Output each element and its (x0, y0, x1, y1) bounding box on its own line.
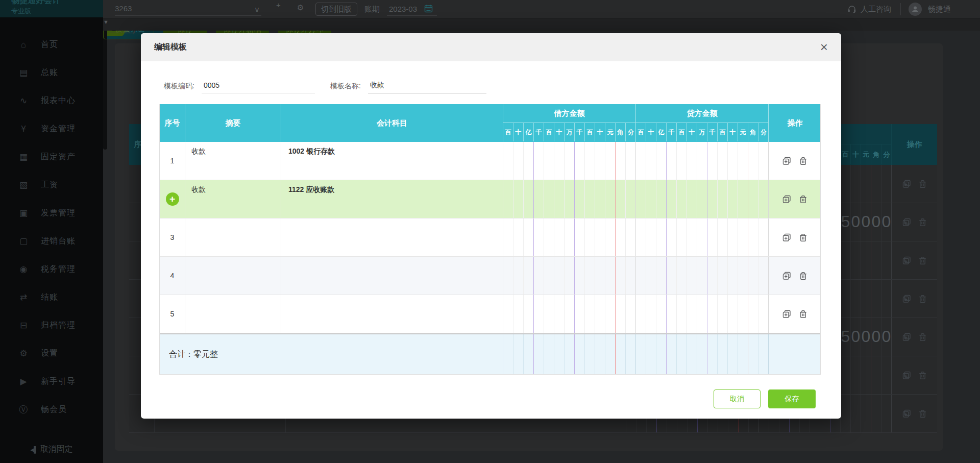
amount-digit-cell[interactable] (626, 180, 636, 218)
amount-digit-cell[interactable] (554, 142, 565, 180)
amount-digit-cell[interactable] (626, 295, 636, 333)
amount-digit-cell[interactable] (707, 257, 718, 295)
amount-digit-cell[interactable] (595, 218, 605, 256)
amount-digit-cell[interactable] (595, 257, 605, 295)
amount-digit-cell[interactable] (687, 257, 697, 295)
amount-digit-cell[interactable] (524, 257, 534, 295)
amount-digit-cell[interactable] (616, 142, 626, 180)
amount-digit-cell[interactable] (534, 257, 544, 295)
amount-digit-cell[interactable] (544, 257, 554, 295)
amount-digit-cell[interactable] (554, 218, 565, 256)
row-account-cell[interactable]: 1122 应收账款 (281, 180, 503, 218)
sidebar-item-固定资产[interactable]: ▦固定资产 (0, 143, 103, 171)
sidebar-unpin-button[interactable]: ◀▌取消固定 (0, 444, 103, 455)
sidebar-item-进销台账[interactable]: ▢进销台账 (0, 227, 103, 255)
amount-digit-cell[interactable] (748, 142, 758, 180)
amount-digit-cell[interactable] (636, 218, 646, 256)
amount-digit-cell[interactable] (595, 295, 605, 333)
delete-row-icon[interactable] (799, 195, 807, 204)
amount-digit-cell[interactable] (503, 257, 513, 295)
amount-digit-cell[interactable] (616, 295, 626, 333)
amount-digit-cell[interactable] (728, 180, 738, 218)
amount-digit-cell[interactable] (585, 295, 595, 333)
delete-row-icon[interactable] (918, 371, 927, 380)
amount-digit-cell[interactable] (667, 180, 677, 218)
amount-digit-cell[interactable] (707, 180, 718, 218)
period-value[interactable]: 2023-03 (389, 5, 417, 13)
sidebar-item-工资[interactable]: ▧工资 (0, 171, 103, 199)
row-summary-cell[interactable]: 收款 (185, 180, 281, 218)
amount-digit-cell[interactable] (667, 295, 677, 333)
amount-digit-cell[interactable] (748, 295, 758, 333)
amount-digit-cell[interactable] (585, 180, 595, 218)
amount-digit-cell[interactable] (758, 218, 769, 256)
template-code-input[interactable]: 0005 (202, 80, 315, 93)
amount-digit-cell[interactable] (616, 257, 626, 295)
amount-digit-cell[interactable] (687, 295, 697, 333)
sidebar-item-新手引导[interactable]: ▶新手引导 (0, 368, 103, 396)
amount-digit-cell[interactable] (656, 218, 667, 256)
copy-row-icon[interactable] (782, 157, 791, 165)
sidebar-item-报表中心[interactable]: ∿报表中心 (0, 87, 103, 115)
amount-digit-cell[interactable] (697, 142, 707, 180)
row-account-cell[interactable] (281, 295, 503, 333)
amount-digit-cell[interactable] (636, 142, 646, 180)
row-summary-cell[interactable] (185, 257, 281, 295)
amount-digit-cell[interactable] (544, 180, 554, 218)
amount-digit-cell[interactable] (534, 180, 544, 218)
amount-digit-cell[interactable] (656, 142, 667, 180)
amount-digit-cell[interactable] (554, 295, 565, 333)
amount-digit-cell[interactable] (503, 180, 513, 218)
amount-digit-cell[interactable] (718, 142, 728, 180)
switch-old-version-button[interactable]: 切到旧版 (315, 3, 357, 16)
amount-digit-cell[interactable] (513, 142, 524, 180)
amount-digit-cell[interactable] (575, 142, 585, 180)
amount-digit-cell[interactable] (728, 142, 738, 180)
scroll-down-icon[interactable]: ▼ (103, 19, 109, 25)
amount-digit-cell[interactable] (565, 142, 575, 180)
delete-row-icon[interactable] (918, 256, 927, 265)
amount-digit-cell[interactable] (687, 218, 697, 256)
amount-digit-cell[interactable] (646, 142, 656, 180)
amount-digit-cell[interactable] (738, 218, 748, 256)
amount-digit-cell[interactable] (707, 295, 718, 333)
support-link[interactable]: 人工咨询 (861, 5, 891, 14)
company-selector[interactable]: 3263 (115, 4, 132, 13)
copy-row-icon[interactable] (902, 409, 911, 418)
amount-digit-cell[interactable] (718, 180, 728, 218)
avatar[interactable] (909, 3, 922, 16)
amount-digit-cell[interactable] (585, 218, 595, 256)
copy-row-icon[interactable] (902, 333, 911, 342)
sidebar-item-总账[interactable]: ▤总账 (0, 59, 103, 87)
amount-digit-cell[interactable] (513, 218, 524, 256)
save-button[interactable]: 保存 (768, 389, 816, 408)
sidebar-item-资金管理[interactable]: ¥资金管理 (0, 115, 103, 143)
amount-digit-cell[interactable] (667, 257, 677, 295)
row-summary-cell[interactable]: 收款 (185, 142, 281, 180)
amount-digit-cell[interactable] (748, 180, 758, 218)
amount-digit-cell[interactable] (758, 142, 769, 180)
row-summary-cell[interactable] (185, 295, 281, 333)
amount-digit-cell[interactable] (524, 218, 534, 256)
copy-row-icon[interactable] (782, 272, 791, 280)
amount-digit-cell[interactable] (565, 257, 575, 295)
add-row-button[interactable]: + (166, 192, 179, 206)
amount-digit-cell[interactable] (656, 257, 667, 295)
amount-digit-cell[interactable] (585, 142, 595, 180)
amount-digit-cell[interactable] (626, 257, 636, 295)
delete-row-icon[interactable] (799, 233, 807, 242)
amount-digit-cell[interactable] (758, 257, 769, 295)
amount-digit-cell[interactable] (697, 295, 707, 333)
amount-digit-cell[interactable] (646, 218, 656, 256)
amount-digit-cell[interactable] (728, 218, 738, 256)
copy-row-icon[interactable] (902, 371, 911, 380)
copy-row-icon[interactable] (902, 218, 911, 227)
amount-digit-cell[interactable] (738, 295, 748, 333)
username[interactable]: 畅捷通 (928, 5, 951, 14)
amount-digit-cell[interactable] (605, 218, 616, 256)
amount-digit-cell[interactable] (656, 180, 667, 218)
sidebar-item-畅会员[interactable]: Ⓥ畅会员 (0, 396, 103, 424)
copy-row-icon[interactable] (782, 233, 791, 242)
row-account-cell[interactable] (281, 218, 503, 256)
amount-digit-cell[interactable] (677, 295, 687, 333)
